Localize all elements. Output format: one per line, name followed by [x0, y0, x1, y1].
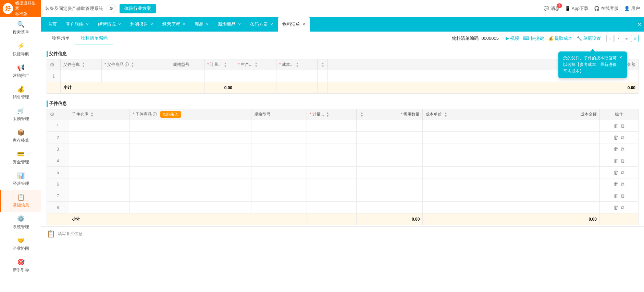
sidebar-item-enterprise[interactable]: 🤝企业协同	[0, 233, 41, 255]
sidebar-item-sales[interactable]: 💰销售管理	[0, 82, 41, 104]
navtab-operations[interactable]: 经营情况✕	[94, 17, 125, 32]
child-cost-amount-7[interactable]	[489, 190, 600, 202]
navtab-new-goods[interactable]: 新增商品✕	[214, 17, 245, 32]
child-warehouse-1[interactable]	[69, 120, 130, 132]
navtab-history[interactable]: 经营历程✕	[158, 17, 190, 32]
child-unit-cost-5[interactable]	[423, 167, 489, 178]
delete-icon-8[interactable]: 🗑	[614, 205, 619, 210]
child-cost-amount-5[interactable]	[489, 167, 600, 178]
child-cost-amount-2[interactable]	[489, 132, 600, 143]
child-spec-1[interactable]	[251, 120, 307, 132]
close-customer[interactable]: ✕	[86, 22, 89, 27]
navtab-profit[interactable]: 利润报告✕	[126, 17, 158, 32]
parent-spec-1[interactable]	[170, 70, 205, 82]
child-goods-2[interactable]	[130, 132, 251, 143]
child-cost-amount-8[interactable]	[489, 202, 600, 213]
copy-icon-6[interactable]: ⧉	[621, 181, 624, 187]
close-profit[interactable]: ✕	[150, 22, 153, 27]
close-barcode[interactable]: ✕	[270, 22, 273, 27]
shortcut-action[interactable]: ⌨ 快捷键	[523, 35, 544, 42]
child-goods-7[interactable]	[130, 190, 251, 202]
user-item[interactable]: 👤 用户	[624, 5, 640, 12]
child-needed-4[interactable]	[356, 155, 423, 167]
close-goods[interactable]: ✕	[206, 22, 209, 27]
sidebar-item-inventory[interactable]: 📦库存核算	[0, 125, 41, 147]
child-goods-6[interactable]	[130, 178, 251, 190]
sidebar-item-operations[interactable]: 📊经营管理	[0, 168, 41, 190]
online-service-item[interactable]: 🎧 在线客服	[594, 5, 619, 12]
child-warehouse-6[interactable]	[69, 178, 130, 190]
child-unit-cost-7[interactable]	[423, 190, 489, 202]
sidebar-item-quick-nav[interactable]: ⚡快捷导航	[0, 39, 41, 60]
child-unit-cost-3[interactable]	[423, 143, 489, 155]
child-warehouse-3[interactable]	[69, 143, 130, 155]
child-needed-8[interactable]	[356, 202, 423, 213]
extract-cost-action[interactable]: 💰 提取成本	[548, 35, 572, 42]
child-spec-2[interactable]	[251, 132, 307, 143]
child-unit-2[interactable]	[307, 132, 356, 143]
parent-cost-1[interactable]	[276, 70, 318, 82]
nav-menu[interactable]: ≡	[623, 35, 630, 42]
delete-icon-2[interactable]: 🗑	[614, 135, 619, 140]
parent-production-1[interactable]	[235, 70, 276, 82]
app-download-item[interactable]: 📱 App下载	[565, 5, 589, 12]
scan-button[interactable]: 扫码录入	[160, 111, 181, 118]
child-unit-7[interactable]	[307, 190, 356, 202]
child-cost-amount-1[interactable]	[489, 120, 600, 132]
child-unit-cost-8[interactable]	[423, 202, 489, 213]
child-unit-5[interactable]	[307, 167, 356, 178]
copy-icon-7[interactable]: ⧉	[621, 193, 624, 199]
child-unit-1[interactable]	[307, 120, 356, 132]
nav-prev[interactable]: ‹	[606, 35, 614, 42]
copy-icon-5[interactable]: ⧉	[621, 170, 624, 176]
child-warehouse-2[interactable]	[69, 132, 130, 143]
child-needed-5[interactable]	[356, 167, 423, 178]
child-spec-6[interactable]	[251, 178, 307, 190]
sidebar-item-guide[interactable]: 🎯新手引导	[0, 255, 41, 277]
child-spec-5[interactable]	[251, 167, 307, 178]
child-unit-4[interactable]	[307, 155, 356, 167]
settings-button[interactable]: ⚙	[107, 4, 116, 13]
sidebar-item-basic-info[interactable]: 📋基础信息	[0, 190, 41, 212]
message-item[interactable]: 💬 消息 6	[544, 5, 559, 12]
child-col-settings[interactable]: ⚙	[47, 109, 69, 120]
close-new-goods[interactable]: ✕	[238, 22, 241, 27]
child-needed-6[interactable]	[356, 178, 423, 190]
delete-icon-6[interactable]: 🗑	[614, 181, 619, 187]
parent-goods-1[interactable]	[102, 70, 170, 82]
child-warehouse-5[interactable]	[69, 167, 130, 178]
copy-icon-2[interactable]: ⧉	[621, 135, 624, 141]
nav-close-corner[interactable]: ✕	[635, 17, 644, 32]
child-spec-8[interactable]	[251, 202, 307, 213]
delete-icon-5[interactable]: 🗑	[614, 170, 619, 175]
child-spec-7[interactable]	[251, 190, 307, 202]
child-goods-3[interactable]	[130, 143, 251, 155]
parent-warehouse-1[interactable]	[61, 70, 102, 82]
nav-expand[interactable]: ⊞	[631, 35, 639, 42]
sidebar-item-search[interactable]: 🔍搜索菜单	[0, 17, 41, 39]
close-operations[interactable]: ✕	[118, 22, 121, 27]
child-needed-7[interactable]	[356, 190, 423, 202]
child-cost-amount-4[interactable]	[489, 155, 600, 167]
child-warehouse-7[interactable]	[69, 190, 130, 202]
delete-icon-4[interactable]: 🗑	[614, 158, 619, 164]
subtab-edit[interactable]: 物料清单编码	[75, 32, 113, 45]
nav-next[interactable]: ›	[615, 35, 622, 42]
sidebar-item-system[interactable]: ⚙️系统管理	[0, 212, 41, 233]
close-bom[interactable]: ✕	[302, 22, 306, 27]
child-unit-3[interactable]	[307, 143, 356, 155]
sidebar-item-purchase[interactable]: 🛒采购管理	[0, 104, 41, 125]
parent-col-settings[interactable]: ⚙	[47, 59, 61, 70]
navtab-home[interactable]: 首页	[44, 17, 61, 32]
child-spec-3[interactable]	[251, 143, 307, 155]
subtab-list[interactable]: 物料清单	[47, 32, 75, 45]
copy-icon-3[interactable]: ⧉	[621, 146, 624, 152]
child-cost-amount-3[interactable]	[489, 143, 600, 155]
navtab-goods[interactable]: 商品✕	[190, 17, 213, 32]
child-spec-4[interactable]	[251, 155, 307, 167]
single-settings-action[interactable]: 🔧 单据设置	[577, 35, 601, 42]
child-warehouse-4[interactable]	[69, 155, 130, 167]
child-goods-4[interactable]	[130, 155, 251, 167]
child-unit-8[interactable]	[307, 202, 356, 213]
experience-btn[interactable]: 体验行业方案	[120, 4, 156, 13]
